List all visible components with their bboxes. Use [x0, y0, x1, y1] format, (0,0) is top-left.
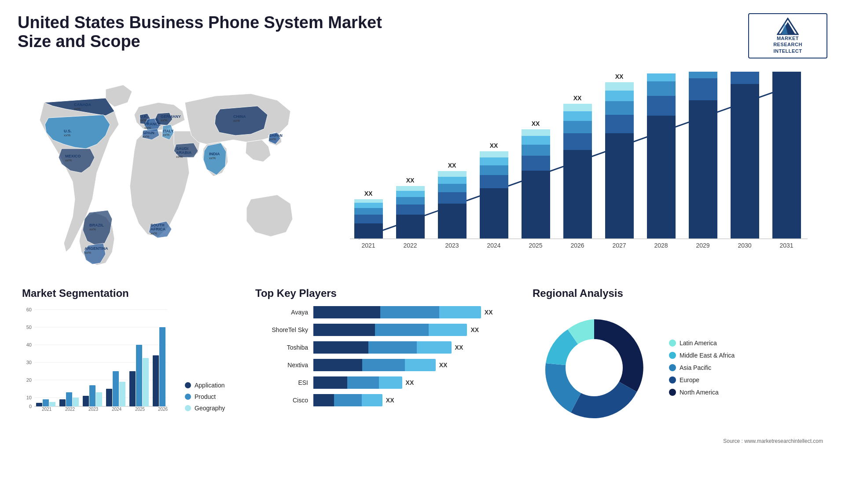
svg-text:XX: XX [364, 190, 373, 197]
svg-rect-58 [480, 188, 508, 239]
player-row-shoretel: ShoreTel Sky XX [255, 324, 511, 336]
legend-dot-geography [185, 405, 191, 411]
svg-text:2022: 2022 [65, 407, 75, 412]
svg-text:ARABIA: ARABIA [176, 150, 191, 155]
svg-rect-86 [647, 116, 676, 239]
player-name-cisco: Cisco [255, 397, 308, 404]
player-bar-shoretel: XX [313, 324, 511, 336]
svg-text:XX: XX [615, 73, 624, 80]
svg-rect-94 [689, 72, 717, 78]
regional-legend-mea: Middle East & Africa [669, 352, 735, 359]
svg-text:xx%: xx% [209, 156, 216, 160]
svg-rect-59 [480, 175, 508, 188]
donut-chart [533, 306, 656, 429]
svg-rect-51 [438, 204, 467, 239]
regional-dot-europe [669, 376, 676, 383]
main-grid: CANADA xx% U.S. xx% MEXICO xx% BRAZIL xx… [18, 67, 827, 449]
world-map: CANADA xx% U.S. xx% MEXICO xx% BRAZIL xx… [18, 67, 304, 270]
page-title: United States Business Phone System Mark… [18, 13, 414, 51]
player-value-toshiba: XX [455, 344, 463, 351]
svg-text:CANADA: CANADA [74, 102, 91, 107]
logo-text: MARKET RESEARCH INTELLECT [773, 35, 802, 54]
regional-title: Regional Analysis [533, 287, 823, 299]
svg-text:2025: 2025 [529, 242, 542, 249]
player-row-cisco: Cisco XX [255, 394, 511, 406]
svg-rect-65 [522, 171, 550, 239]
player-value-esi: XX [406, 379, 414, 386]
player-row-nextiva: Nextiva XX [255, 359, 511, 371]
svg-text:AFRICA: AFRICA [151, 227, 165, 231]
svg-text:2023: 2023 [445, 242, 459, 249]
svg-rect-129 [89, 385, 96, 406]
regional-legend: Latin America Middle East & Africa Asia … [669, 340, 735, 396]
player-bar-cisco: XX [313, 394, 511, 406]
svg-text:ARGENTINA: ARGENTINA [84, 246, 108, 251]
svg-rect-125 [66, 392, 72, 406]
svg-text:xx%: xx% [151, 231, 157, 235]
player-value-shoretel: XX [470, 326, 479, 333]
svg-text:xx%: xx% [74, 107, 81, 111]
svg-rect-55 [438, 171, 467, 177]
legend-label-product: Product [195, 393, 216, 400]
player-name-avaya: Avaya [255, 309, 308, 316]
regional-label-na: North America [680, 389, 719, 396]
svg-rect-38 [354, 215, 383, 223]
legend-product: Product [185, 393, 225, 400]
svg-rect-69 [522, 129, 550, 136]
svg-text:xx%: xx% [269, 137, 276, 141]
svg-rect-138 [143, 358, 149, 406]
svg-text:30: 30 [26, 360, 32, 365]
svg-text:10: 10 [26, 395, 32, 400]
svg-text:xx%: xx% [89, 227, 96, 231]
svg-text:2021: 2021 [361, 242, 375, 249]
seg-legend: Application Product Geography [185, 382, 225, 412]
player-value-avaya: XX [485, 309, 493, 316]
player-name-nextiva: Nextiva [255, 362, 308, 369]
regional-section: Regional Analysis [528, 283, 827, 449]
svg-rect-122 [49, 402, 55, 406]
svg-text:2028: 2028 [654, 242, 668, 249]
svg-rect-62 [480, 151, 508, 157]
svg-text:2029: 2029 [696, 242, 709, 249]
bar-chart-svg: XX 2021 XX 2022 XX 2023 [321, 72, 819, 256]
svg-text:xx%: xx% [64, 133, 70, 137]
svg-rect-60 [480, 165, 508, 175]
svg-text:xx%: xx% [161, 118, 167, 122]
player-name-shoretel: ShoreTel Sky [255, 326, 308, 333]
svg-rect-54 [438, 177, 467, 184]
svg-text:xx%: xx% [176, 155, 183, 159]
svg-rect-126 [73, 398, 79, 406]
regional-dot-latin [669, 340, 676, 347]
player-row-toshiba: Toshiba XX [255, 341, 511, 354]
svg-text:2025: 2025 [135, 407, 145, 412]
svg-rect-128 [83, 396, 89, 406]
bar-chart-section: XX 2021 XX 2022 XX 2023 [312, 67, 827, 270]
svg-text:XX: XX [448, 162, 456, 169]
svg-rect-132 [106, 389, 112, 406]
svg-rect-120 [36, 403, 42, 406]
svg-text:XX: XX [657, 72, 665, 72]
bottom-grid: Market Segmentation 60 50 40 30 20 10 0 [18, 278, 827, 449]
svg-text:2030: 2030 [738, 242, 751, 249]
svg-text:XX: XX [532, 120, 540, 127]
regional-dot-apac [669, 364, 676, 371]
svg-rect-137 [136, 345, 142, 406]
svg-rect-52 [438, 192, 467, 204]
svg-text:0: 0 [29, 404, 32, 409]
regional-legend-europe: Europe [669, 376, 735, 383]
svg-rect-134 [119, 382, 125, 406]
svg-rect-92 [689, 100, 717, 239]
svg-text:xx%: xx% [144, 126, 151, 130]
svg-rect-98 [731, 72, 759, 84]
svg-rect-121 [43, 399, 49, 406]
svg-text:60: 60 [26, 307, 32, 312]
svg-rect-73 [563, 133, 592, 150]
svg-rect-140 [153, 355, 159, 406]
svg-text:xx%: xx% [84, 251, 91, 255]
svg-text:BRAZIL: BRAZIL [89, 223, 104, 227]
svg-text:2024: 2024 [487, 242, 500, 249]
donut-area: Latin America Middle East & Africa Asia … [533, 306, 823, 429]
legend-geography: Geography [185, 405, 225, 412]
svg-text:2027: 2027 [612, 242, 626, 249]
svg-rect-76 [563, 104, 592, 111]
